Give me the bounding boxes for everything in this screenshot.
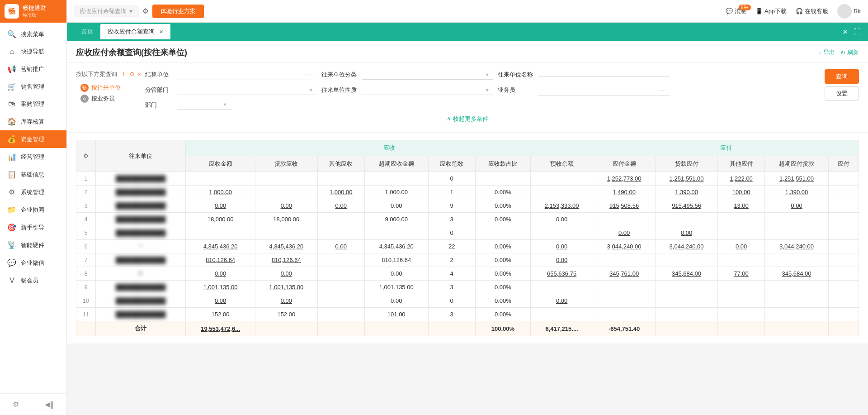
table-row: 10████████████0.000.000.0000.00%0.00 bbox=[76, 294, 859, 308]
topbar-settings-icon[interactable]: ⚙ bbox=[142, 7, 149, 15]
app-icon: 📱 bbox=[755, 8, 763, 14]
yf-amount-header: 应付金额 bbox=[593, 156, 656, 172]
collapse-left-icon[interactable]: « bbox=[137, 71, 141, 77]
collapse-more-button[interactable]: ∧ 收起更多条件 bbox=[76, 112, 859, 126]
sidebar-item-marketing[interactable]: 📢 营销推广 bbox=[0, 60, 66, 78]
salesperson-label: 业务员 bbox=[498, 86, 538, 94]
unit-name-label: 往来单位名称 bbox=[498, 71, 538, 79]
page-actions: ↑ 导出 ↻ 刷新 bbox=[819, 48, 859, 57]
filter-area: 按以下方案查询 ＋ ⊙ « 畅 按往来单位 ⊙ 按业务员 bbox=[67, 63, 868, 133]
table-row: 6^4,345,436.204,345,436.200.004,345,436.… bbox=[76, 240, 859, 253]
refresh-button[interactable]: ↻ 刷新 bbox=[840, 48, 859, 57]
sidebar-item-sales[interactable]: 🛒 销售管理 bbox=[0, 78, 66, 95]
total-label: 合计 bbox=[96, 321, 186, 336]
table-settings-icon[interactable]: ⚙ bbox=[81, 151, 91, 161]
add-icon[interactable]: ＋ bbox=[120, 69, 127, 79]
corp-icon: 📁 bbox=[7, 205, 16, 214]
logo-icon: 畅 bbox=[5, 4, 19, 19]
ys-amount-header: 应收金额 bbox=[186, 156, 255, 172]
member-icon: Ⅴ bbox=[7, 276, 16, 285]
table-group-header: ⚙ 往来单位 应收 应付 bbox=[76, 140, 859, 156]
ys-zhanbi-header: 应收款占比 bbox=[475, 156, 530, 172]
qt-ys-header: 其他应收 bbox=[317, 156, 364, 172]
main-area: 应收应付余额查询 ▼ ⚙ 体验行业方案 💬 消息 99+ 📱 App下载 🎧 在… bbox=[67, 0, 868, 415]
filter-plan-label: 按以下方案查询 bbox=[76, 70, 117, 78]
dept-manage-label: 分管部门 bbox=[145, 86, 177, 94]
topbar: 应收应付余额查询 ▼ ⚙ 体验行业方案 💬 消息 99+ 📱 App下载 🎧 在… bbox=[67, 0, 868, 23]
sidebar-item-wechat[interactable]: 💬 企业微信 bbox=[0, 254, 66, 272]
cq-ys-header: 超期应收金额 bbox=[364, 156, 428, 172]
table-footer: 合计 19,553,472,6... 100.00% 6,417,215....… bbox=[76, 321, 859, 336]
filter-option-by-unit[interactable]: 畅 按往来单位 bbox=[76, 82, 141, 93]
dk-ys-header: 贷款应收 bbox=[255, 156, 317, 172]
data-table: ⚙ 往来单位 应收 应付 应收金额 贷款应收 其他应收 超期应收金额 应收笔数 bbox=[76, 140, 859, 336]
table-row: 5████████████00.000.00 bbox=[76, 226, 859, 240]
maximize-icon[interactable]: ⛶ bbox=[854, 28, 861, 36]
message-button[interactable]: 💬 消息 99+ bbox=[726, 7, 746, 15]
tab-home[interactable]: 首页 bbox=[74, 24, 100, 39]
sidebar-item-guide[interactable]: 🎯 新手引导 bbox=[0, 219, 66, 236]
table-row: 2████████████1,000.001,000.001,000.0010.… bbox=[76, 186, 859, 199]
close-window-icon[interactable]: ✕ bbox=[842, 28, 848, 36]
filter-option-by-staff[interactable]: ⊙ 按业务员 bbox=[76, 93, 141, 104]
sidebar-item-operation[interactable]: 📊 经营管理 bbox=[0, 148, 66, 166]
tab-close-icon[interactable]: ✕ bbox=[159, 29, 163, 34]
unit-name-input[interactable] bbox=[538, 73, 670, 77]
sidebar-item-member[interactable]: Ⅴ 畅会员 bbox=[0, 272, 66, 289]
sidebar-item-search[interactable]: 🔍 搜索菜单 bbox=[0, 25, 66, 43]
total-yf-amount: -654,751.40 bbox=[593, 321, 656, 336]
page-title: 应收应付余额查询(按往来单位) bbox=[76, 47, 187, 58]
sales-icon: 🛒 bbox=[7, 82, 16, 91]
marketing-icon: 📢 bbox=[7, 65, 16, 73]
avatar bbox=[837, 4, 852, 19]
sidebar-item-finance[interactable]: 💰 资金管理 bbox=[0, 130, 66, 148]
app-download-button[interactable]: 📱 App下载 bbox=[755, 7, 787, 15]
content-inner: 应收应付余额查询(按往来单位) ↑ 导出 ↻ 刷新 bbox=[67, 41, 868, 343]
yf-extra-header: 应付 bbox=[828, 156, 859, 172]
inventory-icon: 🏠 bbox=[7, 117, 16, 126]
table-row: 8F0.000.000.0040.00%655,636.75345,761.00… bbox=[76, 267, 859, 281]
salesperson-input[interactable]: ··· bbox=[538, 85, 670, 95]
yingshou-group-header: 应收 bbox=[186, 140, 593, 156]
promo-button[interactable]: 体验行业方案 bbox=[152, 5, 204, 18]
sidebar-item-inventory[interactable]: 🏠 库存核算 bbox=[0, 113, 66, 130]
ys-yuaner-header: 预收余额 bbox=[531, 156, 593, 172]
hardware-icon: 📡 bbox=[7, 241, 16, 249]
yingfu-group-header: 应付 bbox=[593, 140, 859, 156]
qt-yf-header: 其他应付 bbox=[718, 156, 765, 172]
service-icon: 🎧 bbox=[796, 8, 803, 14]
sidebar-menu: 🔍 搜索菜单 ⌂ 快捷导航 📢 营销推广 🛒 销售管理 🛍 采购管理 🏠 库存核… bbox=[0, 23, 66, 393]
query-button[interactable]: 查询 bbox=[825, 69, 859, 84]
page-content: 应收应付余额查询(按往来单位) ↑ 导出 ↻ 刷新 bbox=[67, 41, 868, 415]
dept-select[interactable]: ▼ bbox=[177, 100, 231, 110]
total-ys-zhanbi: 100.00% bbox=[475, 321, 530, 336]
export-button[interactable]: ↑ 导出 bbox=[819, 48, 835, 57]
sidebar-item-hardware[interactable]: 📡 智能硬件 bbox=[0, 236, 66, 254]
tab-query[interactable]: 应收应付余额查询 ✕ bbox=[100, 24, 170, 39]
settlement-unit-input[interactable]: ··· bbox=[177, 69, 317, 80]
by-staff-icon: ⊙ bbox=[80, 95, 89, 103]
home-icon: ⌂ bbox=[7, 48, 16, 56]
dept-manage-select[interactable]: ▼ bbox=[177, 86, 317, 95]
sidebar-collapse-button[interactable]: ◀‖ bbox=[41, 398, 57, 410]
user-info[interactable]: Rit bbox=[837, 4, 861, 19]
unit-nature-select[interactable]: ▼ bbox=[362, 86, 493, 95]
sidebar-bottom: ⚙ ◀‖ bbox=[0, 393, 66, 415]
unit-category-select[interactable]: ▼ bbox=[362, 70, 493, 80]
settings-col-header[interactable]: ⚙ bbox=[76, 140, 96, 172]
filter-icon[interactable]: ⊙ bbox=[130, 71, 135, 77]
dept-label: 部门 bbox=[145, 101, 177, 109]
table-row: 9████████████1,001,135.001,001,135.001,0… bbox=[76, 281, 859, 294]
online-service-button[interactable]: 🎧 在线客服 bbox=[796, 7, 828, 15]
sidebar-item-quick[interactable]: ⌂ 快捷导航 bbox=[0, 43, 66, 60]
sidebar-item-corp[interactable]: 📁 企业协同 bbox=[0, 201, 66, 219]
topbar-right: 💬 消息 99+ 📱 App下载 🎧 在线客服 Rit bbox=[726, 4, 861, 19]
operation-icon: 📊 bbox=[7, 153, 16, 161]
breadcrumb: 应收应付余额查询 ▼ bbox=[74, 5, 139, 17]
sidebar-item-system[interactable]: ⚙ 系统管理 bbox=[0, 183, 66, 201]
sidebar-item-purchase[interactable]: 🛍 采购管理 bbox=[0, 95, 66, 113]
sidebar-settings-button[interactable]: ⚙ bbox=[9, 398, 23, 410]
settings-button[interactable]: 设置 bbox=[825, 86, 859, 101]
sidebar-item-basic[interactable]: 📋 基础信息 bbox=[0, 166, 66, 183]
unit-nature-label: 往来单位性质 bbox=[321, 86, 362, 94]
